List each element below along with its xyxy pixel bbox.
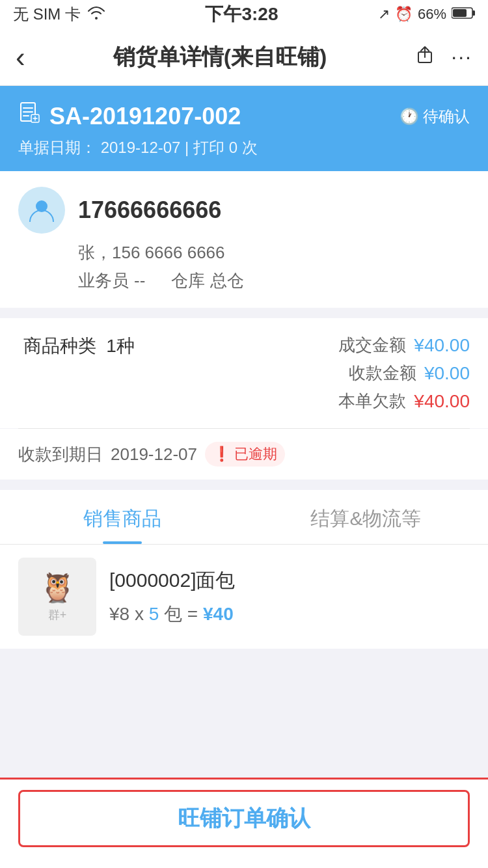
product-type-label: 商品种类 — [23, 336, 96, 356]
carrier-label: 无 SIM 卡 — [13, 4, 81, 25]
product-code: [0000002] — [109, 569, 196, 591]
due-date-label: 收款到期日 — [18, 443, 103, 466]
svg-rect-2 — [453, 9, 467, 17]
product-unit: 包 — [164, 604, 182, 624]
wifi-icon — [87, 5, 105, 23]
tabs-bar: 销售商品 结算&物流等 — [0, 490, 488, 545]
tab-products[interactable]: 销售商品 — [0, 490, 244, 544]
confirm-order-button[interactable]: 旺铺订单确认 — [18, 790, 470, 847]
amount-label: 成交金额 — [338, 334, 406, 357]
sales-label: 业务员 — [78, 269, 129, 292]
product-price: ¥8 — [109, 604, 129, 624]
order-id-text: SA-20191207-002 — [49, 103, 241, 130]
location-icon: ↗ — [378, 6, 390, 23]
received-value: ¥0.00 — [424, 363, 470, 384]
order-date: 2019-12-07 — [101, 139, 181, 156]
summary-card: 商品种类 1种 成交金额 ¥40.00 收款金额 ¥0.00 本单欠款 ¥40.… — [0, 318, 488, 428]
order-banner: SA-20191207-002 🕐 待确认 单据日期： 2019-12-07 |… — [0, 86, 488, 171]
tab-products-label: 销售商品 — [83, 508, 161, 529]
date-label: 单据日期： — [18, 139, 96, 156]
owed-row: 本单欠款 ¥40.00 — [338, 390, 470, 413]
status-time: 下午3:28 — [205, 2, 278, 27]
product-type-value: 1种 — [106, 336, 135, 356]
page-title: 销货单详情(来自旺铺) — [113, 42, 327, 72]
owed-value: ¥40.00 — [414, 391, 470, 412]
customer-name-phone: 张，156 6666 6666 — [18, 241, 470, 264]
product-card: 🦉 群+ [0000002]面包 ¥8 x 5 包 = ¥40 — [0, 545, 488, 649]
overdue-text: 已逾期 — [234, 444, 277, 464]
back-button[interactable]: ‹ — [16, 41, 25, 74]
customer-meta: 业务员 -- 仓库 总仓 — [18, 269, 470, 292]
amount-row: 成交金额 ¥40.00 — [338, 334, 470, 357]
product-info: [0000002]面包 ¥8 x 5 包 = ¥40 — [109, 567, 470, 627]
product-type-field: 商品种类 1种 — [18, 334, 135, 359]
overdue-badge: ❗ 已逾期 — [205, 442, 285, 467]
received-label: 收款金额 — [349, 362, 416, 385]
nav-actions: ··· — [414, 44, 472, 70]
clock-icon: 🕐 — [400, 107, 419, 126]
svg-rect-1 — [472, 10, 475, 16]
share-icon[interactable] — [414, 44, 435, 70]
order-id-row: SA-20191207-002 — [18, 102, 241, 131]
battery-label: 66% — [418, 6, 446, 23]
sales-field: 业务员 -- — [78, 269, 145, 292]
bottom-bar: 旺铺订单确认 — [0, 778, 488, 868]
multiply-sign: x — [135, 604, 149, 624]
received-row: 收款金额 ¥0.00 — [338, 362, 470, 385]
sales-value: -- — [134, 271, 145, 291]
product-logo-icon: 🦉 — [40, 571, 75, 604]
due-date-value: 2019-12-07 — [111, 444, 197, 465]
product-title: 面包 — [196, 569, 235, 591]
status-right: ↗ ⏰ 66% — [378, 6, 475, 23]
avatar — [18, 187, 65, 234]
battery-icon — [452, 6, 475, 23]
product-name: [0000002]面包 — [109, 567, 470, 594]
order-doc-icon — [18, 102, 42, 131]
equals-sign: = — [187, 604, 203, 624]
amount-value: ¥40.00 — [414, 335, 470, 356]
alarm-icon: ⏰ — [395, 6, 413, 23]
print-info: | 打印 0 次 — [185, 139, 258, 156]
tab-settlement-label: 结算&物流等 — [310, 508, 421, 529]
warehouse-value: 总仓 — [210, 269, 244, 292]
warehouse-label: 仓库 — [171, 269, 205, 292]
order-date-row: 单据日期： 2019-12-07 | 打印 0 次 — [18, 137, 470, 158]
product-total: ¥40 — [203, 604, 234, 624]
product-calculation: ¥8 x 5 包 = ¥40 — [109, 602, 470, 627]
due-date-card: 收款到期日 2019-12-07 ❗ 已逾期 — [0, 429, 488, 480]
overdue-warning-icon: ❗ — [213, 446, 230, 463]
customer-phone: 17666666666 — [78, 197, 221, 224]
bottom-space — [0, 649, 488, 779]
more-icon[interactable]: ··· — [451, 45, 472, 69]
order-status: 🕐 待确认 — [400, 106, 470, 127]
status-text: 待确认 — [423, 106, 470, 127]
status-left: 无 SIM 卡 — [13, 4, 105, 25]
product-qty: 5 — [149, 604, 159, 624]
tab-settlement[interactable]: 结算&物流等 — [244, 490, 488, 544]
product-image: 🦉 群+ — [18, 558, 96, 636]
divider-2 — [0, 480, 488, 490]
warehouse-field: 仓库 总仓 — [171, 269, 244, 292]
nav-bar: ‹ 销货单详情(来自旺铺) ··· — [0, 29, 488, 86]
product-logo-text: 群+ — [48, 607, 67, 623]
divider-1 — [0, 308, 488, 318]
customer-card: 17666666666 张，156 6666 6666 业务员 -- 仓库 总仓 — [0, 171, 488, 308]
owed-label: 本单欠款 — [338, 390, 406, 413]
status-bar: 无 SIM 卡 下午3:28 ↗ ⏰ 66% — [0, 0, 488, 29]
amount-fields: 成交金额 ¥40.00 收款金额 ¥0.00 本单欠款 ¥40.00 — [338, 334, 470, 413]
